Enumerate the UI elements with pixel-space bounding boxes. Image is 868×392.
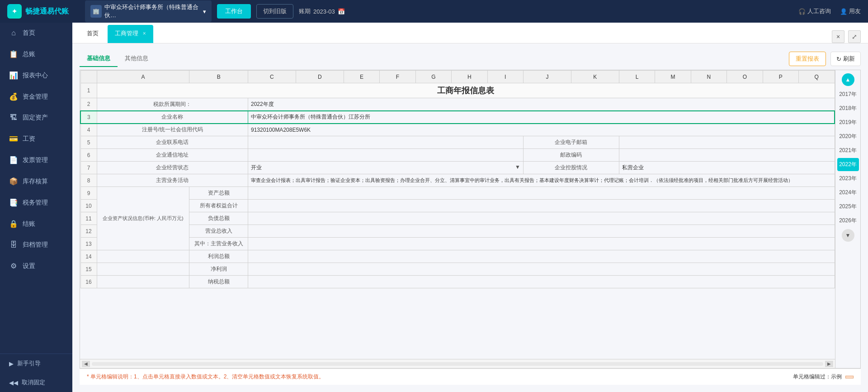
sub-tab-other-label: 其他信息 xyxy=(125,55,148,62)
app-name: 畅捷通易代账 xyxy=(25,7,69,16)
profit-value[interactable] xyxy=(248,250,835,263)
revenue-value[interactable] xyxy=(248,225,835,238)
report-title[interactable]: 工商年报信息表 xyxy=(97,83,835,98)
calendar-icon[interactable]: 📅 xyxy=(338,8,345,15)
main-layout: ⌂ 首页 📋 总账 📊 报表中心 💰 资金管理 🏗 固定资产 💳 工资 📄 发票… xyxy=(0,23,868,392)
tab-commerce-label: 工商管理 xyxy=(115,30,138,37)
reg-no-value[interactable]: 91320100MA208E5W6K xyxy=(248,124,835,136)
biz-status-label: 企业经营状态 xyxy=(97,162,248,174)
net-profit-value[interactable] xyxy=(248,263,835,276)
sidebar-item-ledger[interactable]: 📋 总账 xyxy=(0,43,72,65)
year-2018[interactable]: 2018年 xyxy=(837,102,859,115)
row-num: 4 xyxy=(80,124,97,136)
sidebar-item-assets[interactable]: 🏗 固定资产 xyxy=(0,107,72,128)
year-2022[interactable]: 2022年 xyxy=(837,158,859,171)
sub-tab-other[interactable]: 其他信息 xyxy=(118,51,156,67)
year-2024[interactable]: 2024年 xyxy=(837,186,859,199)
phone-value[interactable] xyxy=(248,136,523,149)
address-value[interactable] xyxy=(248,149,523,162)
tax-total-value[interactable] xyxy=(248,276,835,288)
year-2020[interactable]: 2020年 xyxy=(837,130,859,143)
debt-value[interactable] xyxy=(248,212,835,225)
sidebar-label-assets: 固定资产 xyxy=(23,114,48,122)
workspace-button[interactable]: 工作台 xyxy=(217,4,251,19)
unpin-icon: ◀◀ xyxy=(9,379,18,386)
equity-value[interactable] xyxy=(248,200,835,212)
sidebar-label-guide: 新手引导 xyxy=(17,359,41,368)
debt-label: 负债总额 xyxy=(189,212,248,225)
email-value[interactable] xyxy=(619,136,835,149)
avatar-icon: 👤 xyxy=(840,8,847,15)
scroll-track[interactable] xyxy=(92,362,823,366)
sidebar-item-salary[interactable]: 💳 工资 xyxy=(0,128,72,149)
tab-home[interactable]: 首页 xyxy=(80,25,106,43)
table-row: 5 企业联系电话 企业电子邮箱 xyxy=(80,136,835,149)
year-2017[interactable]: 2017年 xyxy=(837,88,859,101)
table-row: 1 工商年报信息表 xyxy=(80,83,835,98)
table-row: 4 注册号/统一社会信用代码 91320100MA208E5W6K xyxy=(80,124,835,136)
sidebar-label-ledger: 总账 xyxy=(23,50,35,58)
sidebar-item-finance[interactable]: 💰 资金管理 xyxy=(0,86,72,107)
period-label: 账期 xyxy=(299,7,311,15)
year-2019[interactable]: 2019年 xyxy=(837,116,859,129)
header-right: 🎧 人工咨询 👤 用友 xyxy=(798,7,861,15)
sidebar-label-close: 结账 xyxy=(23,220,35,228)
reset-report-button[interactable]: 重置报表 xyxy=(789,52,826,66)
user-avatar[interactable]: 👤 用友 xyxy=(840,7,861,15)
holding-value[interactable]: 私营企业 xyxy=(619,162,835,174)
sidebar-item-archive[interactable]: 🗄 归档管理 xyxy=(0,234,72,255)
year-nav-down[interactable]: ▼ xyxy=(842,229,854,242)
human-service[interactable]: 🎧 人工咨询 xyxy=(798,7,831,15)
year-2021[interactable]: 2021年 xyxy=(837,144,859,157)
row-num: 12 xyxy=(80,225,97,238)
example-cell xyxy=(845,376,854,378)
assets-label: 资产总额 xyxy=(189,187,248,200)
biz-status-value[interactable]: 开业 ▼ xyxy=(248,162,523,174)
col-header-p: P xyxy=(763,71,798,83)
content-area: 首页 工商管理 × × ⤢ 基础信息 其他信息 xyxy=(72,23,868,392)
main-biz-value[interactable]: 审查企业会计报表；出具审计报告；验证企业资本；出具验资报告；办理企业合开、分立、… xyxy=(248,174,835,187)
sidebar-item-invoice[interactable]: 📄 发票管理 xyxy=(0,149,72,171)
company-name-value[interactable]: 中审众环会计师事务所（特殊普通合伙）江苏分所 xyxy=(248,111,835,124)
year-2025[interactable]: 2025年 xyxy=(837,200,859,213)
sidebar-item-tax[interactable]: 📑 税务管理 xyxy=(0,192,72,213)
postcode-value[interactable] xyxy=(619,149,835,162)
company-dropdown-icon: ▾ xyxy=(203,8,206,15)
finance-icon: 💰 xyxy=(9,92,18,101)
main-revenue-value[interactable] xyxy=(248,238,835,250)
year-2023[interactable]: 2023年 xyxy=(837,172,859,185)
refresh-button[interactable]: ↻ 刷新 xyxy=(830,52,861,66)
scroll-right-arrow[interactable]: ▶ xyxy=(825,361,833,367)
tax-total-label: 纳税总额 xyxy=(189,276,248,288)
row-num: 16 xyxy=(80,276,97,288)
sidebar-item-close[interactable]: 🔒 结账 xyxy=(0,213,72,234)
status-right-label: 单元格编辑过：示例 xyxy=(793,373,842,381)
assets-value[interactable] xyxy=(248,187,835,200)
company-selector[interactable]: 🏢 中审众环会计师事务所（特殊普通合伙… ▾ xyxy=(85,0,212,22)
sidebar-item-unpin[interactable]: ◀◀ 取消固定 xyxy=(0,373,72,392)
home-icon: ⌂ xyxy=(9,29,18,37)
sub-tab-basic[interactable]: 基础信息 xyxy=(80,51,118,67)
status-bar: * 单元格编辑说明：1、点击单元格直接录入数值或文本。2、清空单元格数值或文本恢… xyxy=(80,368,861,385)
group-label-cell: 企业资产状况信息(币种: 人民币万元) xyxy=(97,187,189,250)
assets-icon: 🏗 xyxy=(9,114,18,122)
sub-tabs: 基础信息 其他信息 xyxy=(80,51,156,66)
sidebar-item-home[interactable]: ⌂ 首页 xyxy=(0,23,72,43)
tab-commerce[interactable]: 工商管理 × xyxy=(108,25,153,43)
scroll-left-arrow[interactable]: ◀ xyxy=(82,361,90,367)
col-header-a: A xyxy=(97,71,189,83)
year-nav-up[interactable]: ▲ xyxy=(842,73,854,86)
sidebar-item-guide[interactable]: ▶ 新手引导 xyxy=(0,354,72,373)
row-num: 14 xyxy=(80,250,97,263)
tab-close-icon[interactable]: × xyxy=(143,30,146,37)
old-version-button[interactable]: 切到旧版 xyxy=(256,4,293,19)
year-2026[interactable]: 2026年 xyxy=(837,214,859,227)
close-window-button[interactable]: × xyxy=(832,30,844,43)
period-value-cell[interactable]: 2022年度 xyxy=(248,98,835,111)
sidebar-item-settings[interactable]: ⚙ 设置 xyxy=(0,255,72,277)
sidebar-item-reports[interactable]: 📊 报表中心 xyxy=(0,65,72,86)
sidebar-item-inventory[interactable]: 📦 库存核算 xyxy=(0,171,72,192)
row-num: 8 xyxy=(80,174,97,187)
horizontal-scrollbar[interactable]: ◀ ▶ xyxy=(80,359,835,368)
expand-window-button[interactable]: ⤢ xyxy=(848,30,861,43)
